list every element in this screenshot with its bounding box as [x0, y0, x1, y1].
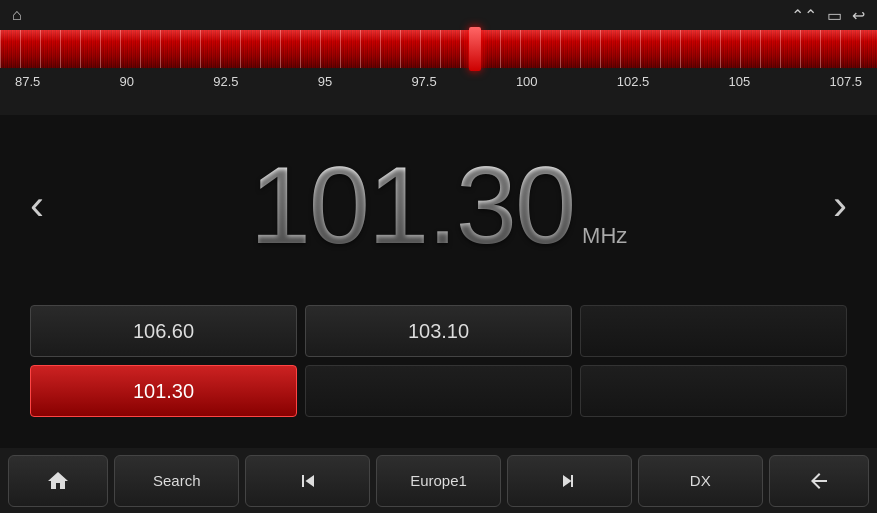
ruler-label-975: 97.5	[411, 74, 436, 89]
preset-btn-2[interactable]: 103.10	[305, 305, 572, 357]
ruler-label-100: 100	[516, 74, 538, 89]
preset-btn-5[interactable]	[305, 365, 572, 417]
freq-next-button[interactable]: ›	[803, 161, 877, 249]
frequency-display: ‹ 101.30 MHz ›	[0, 115, 877, 295]
freq-prev-button[interactable]: ‹	[0, 161, 74, 249]
home-button[interactable]	[8, 455, 108, 507]
preset-btn-1[interactable]: 106.60	[30, 305, 297, 357]
freq-value-container: 101.30 MHz	[74, 141, 803, 269]
back-icon	[807, 469, 831, 493]
ruler-ticks	[0, 30, 877, 68]
presets-grid: 106.60 103.10 101.30	[30, 305, 847, 417]
frequency-unit: MHz	[582, 223, 627, 249]
next-icon	[557, 469, 581, 493]
status-bar: ⌂ ⌃⌃ ▭ ↩	[0, 0, 877, 30]
menu-icon: ▭	[827, 6, 842, 25]
prev-track-button[interactable]	[245, 455, 370, 507]
status-bar-left: ⌂	[12, 6, 22, 24]
ruler-label-90: 90	[120, 74, 134, 89]
home-status-icon: ⌂	[12, 6, 22, 24]
preset-value-2: 103.10	[408, 320, 469, 343]
prev-icon	[296, 469, 320, 493]
frequency-value: 101.30	[250, 141, 574, 268]
search-button[interactable]: Search	[114, 455, 239, 507]
preset-btn-6[interactable]	[580, 365, 847, 417]
ruler-label-875: 87.5	[15, 74, 40, 89]
preset-btn-4[interactable]: 101.30	[30, 365, 297, 417]
ruler-label-1025: 102.5	[617, 74, 650, 89]
ruler-labels: 87.5 90 92.5 95 97.5 100 102.5 105 107.5	[0, 68, 877, 89]
home-icon	[46, 469, 70, 493]
frequency-ruler: 87.5 90 92.5 95 97.5 100 102.5 105 107.5	[0, 30, 877, 115]
station-label-button[interactable]: Europe1	[376, 455, 501, 507]
ruler-indicator	[469, 27, 481, 71]
ruler-label-1075: 107.5	[829, 74, 862, 89]
ruler-label-105: 105	[729, 74, 751, 89]
station-label: Europe1	[410, 472, 467, 489]
toolbar: Search Europe1 DX	[0, 448, 877, 513]
ruler-label-95: 95	[318, 74, 332, 89]
back-button[interactable]	[769, 455, 869, 507]
preset-value-4: 101.30	[133, 380, 194, 403]
dx-label: DX	[690, 472, 711, 489]
preset-btn-3[interactable]	[580, 305, 847, 357]
ruler-bar	[0, 30, 877, 68]
back-icon: ↩	[852, 6, 865, 25]
status-bar-right: ⌃⌃ ▭ ↩	[791, 6, 865, 25]
dx-button[interactable]: DX	[638, 455, 763, 507]
preset-value-1: 106.60	[133, 320, 194, 343]
ruler-label-925: 92.5	[213, 74, 238, 89]
next-track-button[interactable]	[507, 455, 632, 507]
search-label: Search	[153, 472, 201, 489]
antenna-icon: ⌃⌃	[791, 6, 817, 25]
